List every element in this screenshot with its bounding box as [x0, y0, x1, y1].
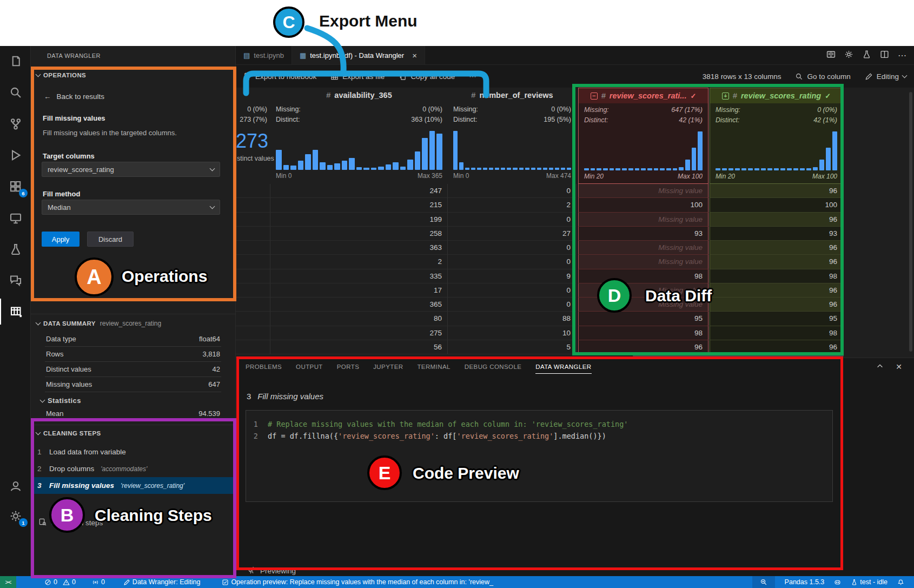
table-cell[interactable]: 2 — [270, 255, 448, 269]
table-cell-old[interactable]: 98 — [578, 269, 708, 283]
table-cell[interactable]: 0 — [448, 184, 577, 198]
table-row[interactable]: 2470Missing value96 — [236, 184, 914, 198]
table-cell-new[interactable]: 98 — [710, 269, 843, 283]
target-columns-select[interactable]: review_scores_rating — [42, 162, 220, 177]
table-row[interactable]: 3650Missing value96 — [236, 298, 914, 312]
source-control-icon[interactable] — [0, 111, 31, 137]
editing-mode-button[interactable]: Editing — [865, 72, 906, 81]
table-row[interactable]: 3630Missing value96 — [236, 241, 914, 255]
open-preview-icon[interactable] — [826, 50, 836, 61]
split-editor-icon[interactable] — [880, 50, 889, 61]
table-cell-old[interactable]: Missing value — [578, 184, 708, 198]
table-row[interactable]: 170Missing value96 — [236, 283, 914, 298]
kernel-status[interactable]: test - idle — [851, 578, 887, 586]
table-cell-old[interactable]: Missing value — [578, 298, 708, 312]
table-cell[interactable]: 2 — [448, 198, 577, 212]
account-icon[interactable] — [0, 473, 31, 499]
table-cell[interactable] — [236, 298, 270, 312]
table-cell[interactable]: 9 — [448, 269, 577, 283]
zoom-indicator[interactable] — [752, 576, 775, 588]
table-cell-old[interactable]: Missing value — [578, 241, 708, 255]
horizontal-scrollbar[interactable] — [633, 353, 844, 357]
table-cell-new[interactable]: 95 — [710, 312, 843, 326]
table-cell[interactable]: 215 — [270, 198, 448, 212]
remote-explorer-icon[interactable] — [0, 206, 31, 232]
apply-button[interactable]: Apply — [42, 232, 80, 247]
panel-tab[interactable]: OUTPUT — [296, 364, 323, 374]
vertical-scrollbar[interactable] — [909, 92, 912, 352]
table-cell[interactable] — [236, 213, 270, 227]
table-cell[interactable]: 0 — [448, 298, 577, 312]
notifications-bell-icon[interactable] — [897, 579, 904, 586]
table-cell[interactable]: 247 — [270, 184, 448, 198]
table-cell-new[interactable]: 98 — [710, 326, 843, 340]
table-cell-old[interactable]: Missing value — [578, 213, 708, 227]
data-wrangler-icon[interactable] — [0, 299, 31, 325]
data-summary-header[interactable]: DATA SUMMARY — [36, 320, 96, 327]
table-cell[interactable]: 27 — [448, 227, 577, 241]
table-cell-new[interactable]: 93 — [710, 227, 843, 241]
table-cell-new[interactable]: 100 — [710, 198, 843, 212]
cleaning-steps-header[interactable]: CLEANING STEPS — [36, 430, 101, 437]
table-cell[interactable]: 80 — [270, 312, 448, 326]
table-cell-old[interactable]: 93 — [578, 227, 708, 241]
column-header-number-of-reviews[interactable]: #number_of_reviews Missing:0 (0%) Distin… — [448, 88, 577, 184]
discard-button[interactable]: Discard — [87, 232, 134, 247]
table-cell-new[interactable]: 96 — [710, 283, 843, 298]
table-cell-old[interactable]: Missing value — [578, 283, 708, 298]
table-cell-old[interactable]: 96 — [578, 340, 708, 354]
table-cell-old[interactable]: Missing value — [578, 255, 708, 269]
table-cell-new[interactable]: 96 — [710, 213, 843, 227]
remote-indicator[interactable]: >< — [0, 576, 16, 588]
cleaning-step[interactable]: 2Drop columns'accommodates' — [31, 460, 236, 477]
close-icon[interactable]: × — [412, 51, 417, 60]
pandas-version-status[interactable]: Pandas 1.5.3 — [785, 578, 825, 586]
statistics-header[interactable]: Statistics — [41, 397, 81, 405]
table-cell-new[interactable]: 96 — [710, 298, 843, 312]
close-panel-icon[interactable]: ✕ — [896, 362, 902, 372]
operations-section-header[interactable]: OPERATIONS — [36, 72, 86, 78]
back-to-results-button[interactable]: ←Back to results — [44, 93, 104, 101]
panel-tab[interactable]: JUPYTER — [373, 364, 403, 374]
table-cell[interactable]: 5 — [448, 340, 577, 354]
table-cell[interactable]: 275 — [270, 326, 448, 340]
table-cell[interactable]: 88 — [448, 312, 577, 326]
table-cell[interactable] — [236, 198, 270, 212]
beaker-icon[interactable] — [862, 50, 871, 61]
copilot-icon[interactable] — [834, 579, 841, 586]
table-cell-new[interactable]: 96 — [710, 255, 843, 269]
table-cell[interactable] — [236, 184, 270, 198]
operation-preview-status[interactable]: Operation preview: Replace missing value… — [222, 578, 493, 586]
export-as-file-button[interactable]: Export as file — [330, 72, 385, 81]
code-for-all-steps-button[interactable]: ode for all steps — [38, 518, 103, 527]
panel-tab[interactable]: DEBUG CONSOLE — [465, 364, 522, 374]
table-cell[interactable]: 363 — [270, 241, 448, 255]
run-debug-icon[interactable] — [0, 142, 31, 168]
search-icon[interactable] — [0, 80, 31, 105]
panel-tab[interactable]: PORTS — [337, 364, 359, 374]
table-cell[interactable] — [236, 283, 270, 298]
data-wrangler-editing-status[interactable]: Data Wrangler: Editing — [123, 578, 201, 586]
table-cell[interactable] — [236, 312, 270, 326]
collapse-panel-icon[interactable] — [876, 362, 884, 372]
editor-tab[interactable]: ▤test.ipynb — [236, 46, 292, 64]
table-cell-old[interactable]: 100 — [578, 198, 708, 212]
table-cell[interactable]: 365 — [270, 298, 448, 312]
settings-gear-icon[interactable] — [844, 50, 853, 61]
table-row[interactable]: 33599898 — [236, 269, 914, 283]
go-to-column-button[interactable]: Go to column — [795, 72, 850, 81]
cleaning-step[interactable]: 1Load data from variable — [31, 444, 236, 460]
table-cell[interactable] — [236, 227, 270, 241]
column-header-review-scores-rating-new[interactable]: +#review_scores_rating✓ Missing:0 (0%) D… — [710, 88, 843, 184]
toolbar-more-button[interactable]: ⋯ — [469, 72, 476, 81]
testing-icon[interactable] — [0, 236, 31, 262]
table-row[interactable]: 80889595 — [236, 312, 914, 326]
panel-tab[interactable]: DATA WRANGLER — [535, 364, 591, 374]
table-cell-new[interactable]: 96 — [710, 184, 843, 198]
copy-all-code-button[interactable]: Copy all code — [399, 72, 455, 81]
table-cell-old[interactable]: 95 — [578, 312, 708, 326]
table-cell[interactable]: 17 — [270, 283, 448, 298]
panel-tab[interactable]: PROBLEMS — [246, 364, 282, 374]
more-actions-icon[interactable]: ⋯ — [898, 50, 906, 61]
table-cell[interactable]: 10 — [448, 326, 577, 340]
